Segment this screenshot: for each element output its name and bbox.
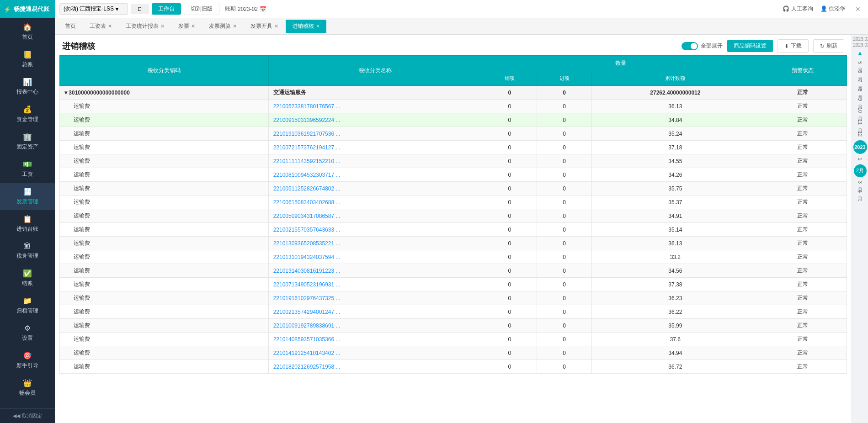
tab-payroll-report[interactable]: 工资统计报表 ✕: [119, 20, 171, 33]
download-label: 下载: [791, 42, 802, 50]
tab-invoice-close[interactable]: ✕: [191, 23, 195, 29]
sidebar-item-invoice[interactable]: 🧾 发票管理: [0, 183, 55, 210]
refresh-button[interactable]: ↻ 刷新: [813, 39, 844, 53]
month-2-active[interactable]: 2月: [854, 164, 867, 177]
sidebar-item-guide[interactable]: 🎯 新手引导: [0, 347, 55, 374]
cell-purchase: 0: [537, 209, 592, 223]
month-3[interactable]: 3月: [856, 178, 864, 186]
close-button[interactable]: ✕: [852, 5, 863, 13]
switch-button[interactable]: 切到旧版: [184, 3, 219, 15]
sidebar-item-salary[interactable]: 💵 工资: [0, 155, 55, 183]
cell-status: 正常: [759, 86, 847, 100]
sidebar-item-home[interactable]: 🏠 首页: [0, 18, 55, 46]
month-8[interactable]: 8月: [856, 86, 864, 94]
cell-invoice: 22101009192789838691 ...: [268, 319, 482, 333]
tab-invoice[interactable]: 发票 ✕: [172, 20, 202, 33]
month-11[interactable]: 11月: [856, 116, 864, 127]
table-row[interactable]: 运输费 22100721573762194127 ... 0 0 37.18 正…: [60, 141, 847, 154]
tab-reconcile-close[interactable]: ✕: [316, 23, 320, 29]
month-5[interactable]: 5月: [856, 58, 864, 67]
cell-status: 正常: [759, 196, 847, 209]
table-row[interactable]: 运输费 22101314030816191223 ... 0 0 34.56 正…: [60, 264, 847, 278]
sidebar-item-inout[interactable]: 📋 进销台账: [0, 210, 55, 238]
tab-invoice-issue-close[interactable]: ✕: [274, 23, 278, 29]
download-button[interactable]: ⬇ 下载: [777, 39, 809, 53]
table-row[interactable]: 运输费 22101910361921707536 ... 0 0 35.24 正…: [60, 127, 847, 141]
year-marker[interactable]: 2023: [853, 140, 867, 154]
sidebar-item-reports[interactable]: 📊 报表中心: [0, 73, 55, 100]
table-row[interactable]: 运输费 22101408593571035366 ... 0 0 37.6 正常: [60, 333, 847, 346]
copy-button[interactable]: 🗋: [131, 4, 149, 14]
tab-invoice-calc-close[interactable]: ✕: [233, 23, 237, 29]
workbench-button[interactable]: 工作台: [152, 3, 181, 15]
cell-status: 正常: [759, 333, 847, 346]
table-wrapper: 税收分类编码 税收分类名称 数量 预警状态 销项 进项 累计数额 ▾ 30100…: [55, 55, 852, 423]
month-10[interactable]: 10月: [856, 105, 864, 116]
table-row[interactable]: 运输费 22101820212692571958 ... 0 0 36.72 正…: [60, 360, 847, 374]
table-row[interactable]: 运输费 22101111143592152210 ... 0 0 34.55 正…: [60, 154, 847, 168]
cell-purchase: 0: [537, 100, 592, 113]
sidebar-item-settings[interactable]: ⚙ 设置: [0, 319, 55, 347]
table-row[interactable]: 运输费 22100713490523196931 ... 0 0 37.38 正…: [60, 278, 847, 291]
tab-invoice-calc[interactable]: 发票测算 ✕: [202, 20, 243, 33]
sidebar-item-funds[interactable]: 💰 资金管理: [0, 100, 55, 128]
close-accounts-icon: ✅: [23, 269, 32, 278]
sidebar-item-ledger[interactable]: 📒 总账: [0, 46, 55, 73]
month-1[interactable]: 1月: [856, 155, 864, 163]
scroll-up-button[interactable]: ▲: [856, 48, 864, 58]
cell-purchase: 0: [537, 319, 592, 333]
table-row[interactable]: 运输费 22100915031396592224 ... 0 0 34.84 正…: [60, 113, 847, 127]
tab-payroll[interactable]: 工资表 ✕: [83, 20, 118, 33]
month-4[interactable]: 4月: [856, 187, 864, 196]
tab-invoice-issue[interactable]: 发票开具 ✕: [244, 20, 285, 33]
cell-name: 运输费: [60, 291, 269, 305]
support-button[interactable]: 🎧 人工客询: [783, 5, 813, 13]
company-selector[interactable]: (勿动) 江西报宝-LSS ▾: [59, 3, 128, 15]
table-row[interactable]: 运输费 22100511252826674802 ... 0 0 35.75 正…: [60, 182, 847, 196]
sidebar-item-member[interactable]: 👑 畅会员: [0, 374, 55, 402]
month-7[interactable]: 7月: [856, 77, 864, 85]
month-6[interactable]: 6月: [856, 68, 864, 76]
tab-home-label: 首页: [65, 22, 76, 30]
expand-all-toggle[interactable]: 全部展开: [682, 42, 723, 50]
table-row[interactable]: 运输费 22100215570357643633 ... 0 0 35.14 正…: [60, 223, 847, 237]
cell-sale: 0: [482, 319, 537, 333]
tab-payroll-report-close[interactable]: ✕: [160, 23, 165, 29]
sidebar-item-close[interactable]: ✅ 结账: [0, 264, 55, 292]
sidebar-item-archive[interactable]: 📁 归档管理: [0, 292, 55, 319]
tab-payroll-close[interactable]: ✕: [108, 23, 112, 29]
chevron-down-icon: ▾: [116, 6, 118, 12]
sidebar-label-home: 首页: [22, 33, 33, 41]
table-row[interactable]: 运输费 22101309365208535221 ... 0 0 36.13 正…: [60, 237, 847, 250]
cell-invoice: 22101419125410143402 ...: [268, 346, 482, 360]
sidebar-label-tax: 税务管理: [16, 252, 38, 260]
table-row[interactable]: 运输费 22101009192789838691 ... 0 0 35.99 正…: [60, 319, 847, 333]
sidebar-item-tax[interactable]: 🏛 税务管理: [0, 238, 55, 264]
cell-cumulative: 36.13: [592, 100, 759, 113]
cell-cumulative: 36.23: [592, 291, 759, 305]
refresh-label: 刷新: [826, 42, 837, 50]
table-row[interactable]: 运输费 22101419125410143402 ... 0 0 34.94 正…: [60, 346, 847, 360]
month-12[interactable]: 12月: [856, 128, 864, 139]
topbar-right: 🎧 人工客询 👤 徐泾华 ✕: [783, 5, 863, 13]
month-9[interactable]: 9月: [856, 95, 864, 104]
sidebar-label-archive: 归档管理: [16, 307, 38, 315]
table-row[interactable]: 运输费 22100213574294001247 ... 0 0 36.22 正…: [60, 305, 847, 319]
cell-invoice: 22101408593571035366 ...: [268, 333, 482, 346]
unpin-button[interactable]: ◀◀ 取消固定: [0, 408, 55, 423]
table-row[interactable]: 运输费 22100810094532303717 ... 0 0 34.26 正…: [60, 168, 847, 182]
table-row[interactable]: 运输费 22100509034317086587 ... 0 0 34.91 正…: [60, 209, 847, 223]
table-row[interactable]: 运输费 22100523381780176567 ... 0 0 36.13 正…: [60, 100, 847, 113]
expand-all-label: 全部展开: [701, 42, 723, 50]
sidebar-item-assets[interactable]: 🏢 固定资产: [0, 128, 55, 155]
table-row[interactable]: ▾ 30100000000000000000 交通运输服务 0 0 27262.…: [60, 86, 847, 100]
col-tax-code: 税收分类编码: [60, 56, 269, 86]
table-row[interactable]: 运输费 22101310194324037594 ... 0 0 33.2 正常: [60, 250, 847, 264]
tab-reconcile[interactable]: 进销稽核 ✕: [286, 20, 326, 33]
cell-purchase: 0: [537, 360, 592, 374]
settings-button[interactable]: 商品编码设置: [727, 40, 773, 52]
tab-home[interactable]: 首页: [59, 20, 82, 33]
table-row[interactable]: 运输费 22100615083403402688 ... 0 0 35.37 正…: [60, 196, 847, 209]
toggle-switch[interactable]: [682, 42, 698, 50]
table-row[interactable]: 运输费 22101916102976437325 ... 0 0 36.23 正…: [60, 291, 847, 305]
